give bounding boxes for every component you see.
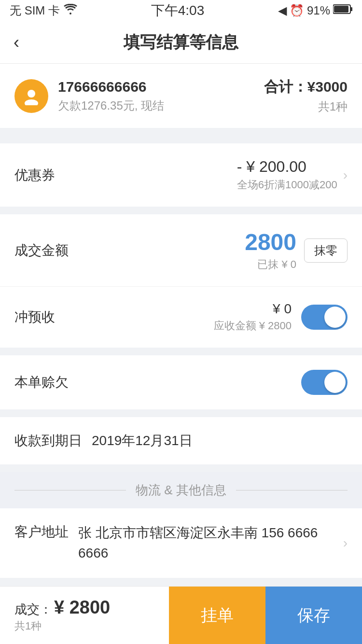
credit-toggle-knob (324, 372, 346, 393)
bottom-deal-label: 成交： (14, 601, 52, 618)
page-title: 填写结算等信息 (124, 31, 238, 54)
total-count: 共1种 (264, 99, 348, 114)
duedate-value: 2019年12月31日 (92, 432, 193, 450)
coupon-amount: - ¥ 200.00 (237, 158, 337, 176)
total-amount: 合计：¥3000 (264, 77, 348, 97)
prepay-toggle[interactable] (301, 305, 348, 330)
bottom-amount: ¥ 2800 (54, 597, 110, 618)
divider-4 (0, 409, 362, 417)
svg-rect-2 (334, 6, 348, 13)
nav-bar: ‹ 填写结算等信息 (0, 21, 362, 64)
bottom-bar: 成交： ¥ 2800 共1种 挂单 保存 (0, 586, 362, 644)
duedate-label: 收款到期日 (14, 432, 82, 450)
prepay-row: 冲预收 ¥ 0 应收金额 ¥ 2800 (0, 287, 362, 348)
credit-toggle[interactable] (301, 370, 348, 395)
alarm-icon: ⏰ (290, 4, 304, 17)
svg-point-3 (28, 90, 35, 98)
bottom-info: 成交： ¥ 2800 共1种 (0, 597, 169, 633)
transaction-sub: 已抹 ¥ 0 (245, 257, 296, 272)
coupon-chevron-icon: › (343, 168, 348, 183)
transaction-section: 成交金额 2800 已抹 ¥ 0 抹零 冲预收 ¥ 0 应收金额 ¥ 2800 (0, 214, 362, 348)
divider-5 (0, 464, 362, 472)
back-button[interactable]: ‹ (14, 32, 19, 53)
location-icon: ◀ (278, 4, 287, 17)
status-bar: 无 SIM 卡 下午4:03 ◀ ⏰ 91% (0, 0, 362, 21)
coupon-row[interactable]: 优惠券 - ¥ 200.00 全场6折满1000减200 › (0, 143, 362, 207)
credit-label: 本单赊欠 (14, 373, 69, 392)
divider-3 (0, 348, 362, 355)
address-value: 张 北京市市辖区海淀区永丰南 156 6666 6666 (78, 523, 334, 563)
sim-status: 无 SIM 卡 (10, 3, 60, 18)
divider-1 (0, 136, 362, 143)
logistics-text: 物流 & 其他信息 (136, 482, 226, 499)
coupon-label: 优惠券 (14, 166, 55, 184)
avatar (14, 79, 48, 113)
prepay-sub: 应收金额 ¥ 2800 (214, 319, 292, 333)
toggle-knob (324, 307, 346, 328)
transaction-row: 成交金额 2800 已抹 ¥ 0 抹零 (0, 214, 362, 287)
round-button[interactable]: 抹零 (304, 238, 348, 263)
customer-section: 17666666666 欠款1276.35元, 现结 合计：¥3000 共1种 (0, 64, 362, 128)
status-right: ◀ ⏰ 91% (278, 4, 352, 17)
customer-sub: 欠款1276.35元, 现结 (58, 98, 164, 113)
svg-rect-1 (350, 7, 352, 11)
bottom-count: 共1种 (14, 619, 154, 633)
status-left: 无 SIM 卡 (10, 3, 77, 18)
battery-text: 91% (307, 4, 330, 17)
address-chevron-icon: › (343, 535, 348, 551)
address-section[interactable]: 客户地址 张 北京市市辖区海淀区永丰南 156 6666 6666 › (0, 508, 362, 578)
status-time: 下午4:03 (151, 1, 205, 20)
customer-phone: 17666666666 (58, 79, 164, 95)
wifi-icon (64, 4, 77, 17)
address-label: 客户地址 (14, 523, 69, 541)
duedate-section: 收款到期日 2019年12月31日 (0, 417, 362, 464)
hold-button[interactable]: 挂单 (169, 587, 265, 644)
transaction-label: 成交金额 (14, 241, 69, 260)
credit-section: 本单赊欠 (0, 355, 362, 409)
logistics-separator: 物流 & 其他信息 (0, 472, 362, 508)
prepay-amount: ¥ 0 (214, 301, 292, 317)
save-button[interactable]: 保存 (265, 587, 362, 644)
prepay-label: 冲预收 (14, 308, 55, 326)
coupon-desc: 全场6折满1000减200 (237, 178, 337, 192)
main-content: 17666666666 欠款1276.35元, 现结 合计：¥3000 共1种 … (0, 64, 362, 644)
battery-icon (333, 4, 352, 17)
credit-row: 本单赊欠 (0, 355, 362, 409)
transaction-amount: 2800 (245, 229, 296, 255)
divider-2 (0, 207, 362, 214)
svg-point-4 (25, 99, 38, 105)
